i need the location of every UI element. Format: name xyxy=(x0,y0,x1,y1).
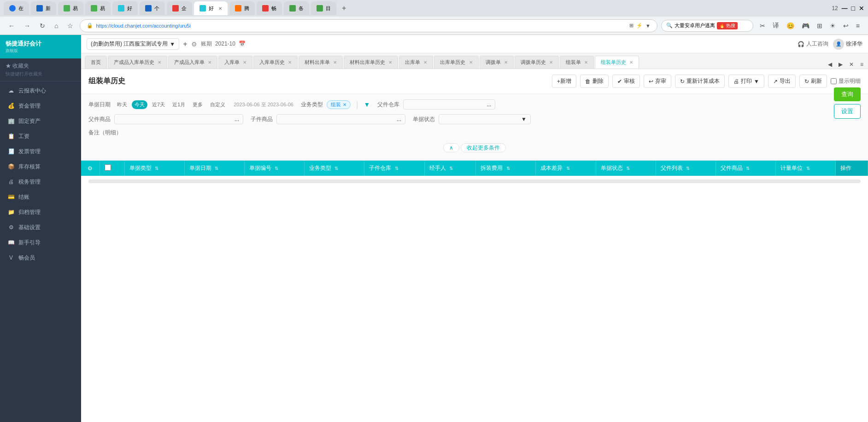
game-button[interactable]: 🎮 xyxy=(799,20,812,32)
more-btn[interactable]: 更多 xyxy=(190,100,205,109)
recalculate-button[interactable]: ↻ 重新计算成本 xyxy=(675,75,725,88)
tab-close-material-outbound[interactable]: ✕ xyxy=(333,60,337,65)
col-order-status[interactable]: 单据状态 ⇅ xyxy=(596,161,656,176)
tab-inbound[interactable]: 入库单 ✕ xyxy=(218,56,252,69)
col-biz-type[interactable]: 业务类型 ⇅ xyxy=(305,161,364,176)
browser-tab-6[interactable]: 个 xyxy=(140,1,165,15)
horizontal-scrollbar[interactable] xyxy=(88,179,861,183)
undo-button[interactable]: ↩ xyxy=(840,20,851,32)
grid-button[interactable]: ⊞ xyxy=(814,20,825,32)
tab-prev-button[interactable]: ◀ xyxy=(825,60,835,69)
sidebar-item-salary[interactable]: 📋 工资 xyxy=(0,129,81,144)
tab-material-outbound[interactable]: 材料出库单 ✕ xyxy=(299,56,343,69)
brightness-button[interactable]: ☀ xyxy=(827,20,839,32)
minimize-button[interactable]: ─ xyxy=(842,4,848,13)
new-tab-button[interactable]: + xyxy=(338,4,350,12)
user-profile[interactable]: 👤 徐泽华 xyxy=(833,39,862,50)
filter-settings-button[interactable]: 设置 xyxy=(834,104,861,119)
custom-btn[interactable]: 自定义 xyxy=(207,100,228,109)
browser-tab-5[interactable]: 好 xyxy=(112,1,138,15)
sidebar-item-cloud-report[interactable]: ☁ 云报表中心 xyxy=(0,83,81,98)
tab-close-transfer-history[interactable]: ✕ xyxy=(549,60,553,65)
last1month-btn[interactable]: 近1月 xyxy=(170,100,188,109)
col-date[interactable]: 单据日期 ⇅ xyxy=(184,161,244,176)
tab-close-product-inbound[interactable]: ✕ xyxy=(208,60,211,65)
company-selector[interactable]: (勿删勿禁用) 江西服宝测试专用 ▼ xyxy=(87,38,179,50)
parent-goods-select[interactable]: ... xyxy=(114,114,243,124)
sidebar-item-fund[interactable]: 💰 资金管理 xyxy=(0,98,81,114)
tab-close-outbound-history[interactable]: ✕ xyxy=(469,60,473,65)
audit-button[interactable]: ✔ 审核 xyxy=(612,75,640,88)
home-button[interactable]: ⌂ xyxy=(52,20,61,31)
sort-unit-icon[interactable]: ⇅ xyxy=(806,166,810,171)
business-type-tag-close[interactable]: ✕ xyxy=(343,102,346,107)
yesterday-btn[interactable]: 昨天 xyxy=(114,100,130,109)
tab-assembly-history[interactable]: 组装单历史 ✕ xyxy=(595,56,639,69)
browser-tab-3[interactable]: 易 xyxy=(58,1,83,15)
tab-next-button[interactable]: ▶ xyxy=(836,60,845,69)
qr-icon[interactable]: ⊞ xyxy=(629,23,633,29)
sort-handler-icon[interactable]: ⇅ xyxy=(449,166,453,171)
calendar-icon[interactable]: 📅 xyxy=(239,40,246,47)
sidebar-item-tax[interactable]: 🖨 税务管理 xyxy=(0,174,81,190)
sort-parent-list-icon[interactable]: ⇅ xyxy=(686,166,690,171)
lightning-icon[interactable]: ⚡ xyxy=(636,23,643,29)
order-status-select[interactable]: ▼ xyxy=(439,114,531,124)
tab-inbound-history[interactable]: 入库单历史 ✕ xyxy=(253,56,298,69)
print-dropdown-arrow[interactable]: ▼ xyxy=(754,78,759,85)
browser-tab-2[interactable]: 新 xyxy=(31,1,56,15)
sort-date-icon[interactable]: ⇅ xyxy=(215,166,218,171)
avatar-button[interactable]: 😊 xyxy=(784,20,797,32)
browser-tab-8[interactable]: 好 ✕ xyxy=(194,1,228,15)
tab-close-outbound[interactable]: ✕ xyxy=(423,60,427,65)
sidebar-item-invoice[interactable]: 🧾 发票管理 xyxy=(0,144,81,159)
tab-close-transfer[interactable]: ✕ xyxy=(504,60,508,65)
sidebar-item-stock[interactable]: 📦 库存核算 xyxy=(0,159,81,174)
browser-tab-1[interactable]: 在 xyxy=(4,1,29,15)
sort-child-warehouse-icon[interactable]: ⇅ xyxy=(395,166,399,171)
col-handler[interactable]: 经手人 ⇅ xyxy=(424,161,476,176)
tab-more-button[interactable]: ≡ xyxy=(857,60,866,69)
sort-cost-diff-icon[interactable]: ⇅ xyxy=(566,166,570,171)
sidebar-item-checkout[interactable]: 💳 结账 xyxy=(0,190,81,205)
dropdown-arrow[interactable]: ▼ xyxy=(645,23,651,29)
tab-material-outbound-history[interactable]: 材料出库单历史 ✕ xyxy=(344,56,398,69)
menu-button[interactable]: ≡ xyxy=(853,20,862,32)
service-button[interactable]: 🎧 人工咨询 xyxy=(798,40,828,48)
query-button[interactable]: 查询 xyxy=(834,87,861,101)
tab-assembly[interactable]: 组装单 ✕ xyxy=(560,56,594,69)
browser-tab-10[interactable]: 畅 xyxy=(257,1,282,15)
tab-transfer-history[interactable]: 调拨单历史 ✕ xyxy=(515,56,559,69)
tab-close-inbound[interactable]: ✕ xyxy=(243,60,246,65)
col-number[interactable]: 单据编号 ⇅ xyxy=(244,161,304,176)
parent-warehouse-select[interactable]: ... xyxy=(403,99,495,110)
address-bar[interactable]: 🔒 https://cloud.chanjet.com/accounting/u… xyxy=(80,19,657,32)
tab-product-inbound[interactable]: 产成品入库单 ✕ xyxy=(168,56,217,69)
col-cost-diff[interactable]: 成本差异 ⇅ xyxy=(536,161,596,176)
bookmark-button[interactable]: ☆ xyxy=(65,20,76,31)
sidebar-item-fixed-assets[interactable]: 🏢 固定资产 xyxy=(0,114,81,129)
back-button[interactable]: ← xyxy=(6,20,18,31)
sort-biz-type-icon[interactable]: ⇅ xyxy=(334,166,338,171)
tab-transfer[interactable]: 调拨单 ✕ xyxy=(480,56,514,69)
print-button[interactable]: 🖨 打印 ▼ xyxy=(728,75,764,88)
sort-number-icon[interactable]: ⇅ xyxy=(275,166,278,171)
maximize-button[interactable]: □ xyxy=(851,5,855,12)
browser-tab-close-8[interactable]: ✕ xyxy=(218,6,222,11)
tab-home[interactable]: 首页 xyxy=(85,56,107,69)
col-type[interactable]: 单据类型 ⇅ xyxy=(124,161,184,176)
browser-tab-11[interactable]: 各 xyxy=(284,1,309,15)
col-child-warehouse[interactable]: 子件仓库 ⇅ xyxy=(364,161,424,176)
browser-tab-7[interactable]: 企 xyxy=(167,1,192,15)
scissors-button[interactable]: ✂ xyxy=(757,20,768,32)
tab-close-all-button[interactable]: ✕ xyxy=(846,60,856,69)
col-parent-list[interactable]: 父件列表 ⇅ xyxy=(656,161,716,176)
sidebar-item-member[interactable]: V 畅会员 xyxy=(0,250,81,266)
tab-close-inbound-history[interactable]: ✕ xyxy=(288,60,292,65)
browser-tab-9[interactable]: 腾 xyxy=(229,1,255,15)
sidebar-item-settings[interactable]: ⚙ 基础设置 xyxy=(0,220,81,235)
business-type-dropdown[interactable]: ▼ xyxy=(364,101,370,108)
sort-disassemble-cost-icon[interactable]: ⇅ xyxy=(506,166,510,171)
sort-parent-goods-icon[interactable]: ⇅ xyxy=(746,166,750,171)
browser-tab-4[interactable]: 易 xyxy=(85,1,111,15)
